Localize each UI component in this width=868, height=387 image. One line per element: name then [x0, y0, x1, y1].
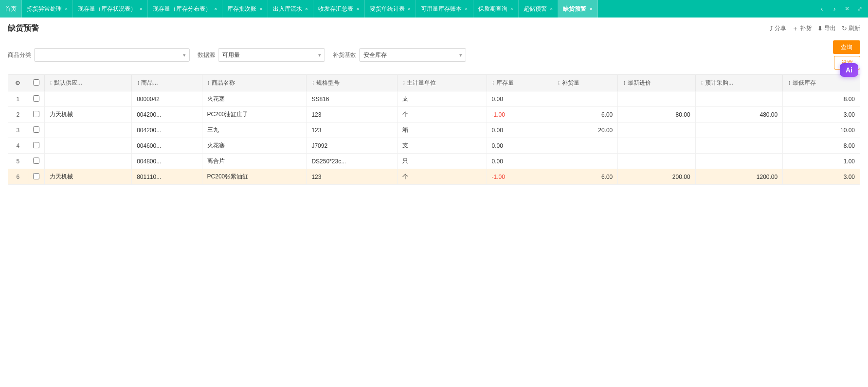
nav-tab-close-11[interactable]: × [589, 6, 592, 12]
cell-supplier [44, 154, 132, 169]
row-number: 6 [8, 169, 28, 185]
cell-product-name: 三九 [202, 123, 307, 138]
nav-tab-7[interactable]: 要货单统计表× [365, 0, 416, 18]
nav-tab-11[interactable]: 缺货预警× [558, 0, 597, 18]
row-checkbox-cell[interactable] [28, 169, 44, 185]
column-settings-icon[interactable]: ⚙ [8, 75, 28, 91]
nav-tab-9[interactable]: 保质期查询× [473, 0, 519, 18]
cell-min-stock: 8.00 [783, 138, 860, 154]
row-checkbox[interactable] [33, 95, 39, 102]
cell-stock: 0.00 [487, 91, 552, 107]
nav-close-icon[interactable]: ✕ [842, 3, 852, 14]
cell-unit: 个 [397, 107, 487, 123]
category-select[interactable] [34, 48, 190, 62]
row-checkbox-cell[interactable] [28, 154, 44, 169]
table-row: 4004600...火花塞J7092支0.008.00 [8, 138, 860, 154]
nav-controls: ‹ › ✕ ⤢ [816, 3, 868, 14]
cell-supplier [44, 91, 132, 107]
cell-product-code: 004600... [132, 138, 202, 154]
nav-maximize-icon[interactable]: ⤢ [854, 3, 865, 14]
cell-product-name: 火花塞 [202, 91, 307, 107]
nav-tab-close-5[interactable]: × [305, 6, 308, 12]
row-checkbox-cell[interactable] [28, 107, 44, 123]
row-number: 5 [8, 154, 28, 169]
column-replenish-qty-header[interactable]: ↕ 补货量 [552, 75, 618, 91]
table-header-row: ⚙ ↕ 默认供应... ↕ 商品... ↕ 商品名称 ↕ 规格型号 ↕ 主计量单… [8, 75, 860, 91]
table-row: 3004200...三九123箱0.0020.0010.00 [8, 123, 860, 138]
cell-latest-price [618, 154, 695, 169]
nav-tab-close-1[interactable]: × [65, 6, 68, 12]
select-all-checkbox[interactable] [33, 79, 39, 86]
data-table-wrapper: ⚙ ↕ 默认供应... ↕ 商品... ↕ 商品名称 ↕ 规格型号 ↕ 主计量单… [8, 74, 860, 185]
column-spec-header[interactable]: ↕ 规格型号 [307, 75, 397, 91]
nav-tab-3[interactable]: 现存量（库存分布表）× [148, 0, 222, 18]
nav-tab-1[interactable]: 拣货异常处理× [22, 0, 73, 18]
cell-min-stock: 1.00 [783, 154, 860, 169]
nav-tab-close-9[interactable]: × [510, 6, 513, 12]
row-checkbox[interactable] [33, 173, 39, 179]
nav-tab-close-10[interactable]: × [550, 6, 553, 12]
nav-tab-close-8[interactable]: × [465, 6, 468, 12]
nav-tab-close-4[interactable]: × [259, 6, 262, 12]
table-row: 5004800...离合片DS250*23c...只0.001.00 [8, 154, 860, 169]
cell-product-name: 火花塞 [202, 138, 307, 154]
nav-tab-4[interactable]: 库存批次账× [222, 0, 268, 18]
cell-latest-price: 80.00 [618, 107, 695, 123]
column-stock-header[interactable]: ↕ 库存量 [487, 75, 552, 91]
cell-min-stock: 8.00 [783, 91, 860, 107]
row-checkbox[interactable] [33, 158, 39, 164]
datasource-label: 数据源 [198, 51, 215, 59]
row-checkbox[interactable] [33, 126, 39, 133]
replenish-button[interactable]: ＋ 补货 [792, 24, 812, 33]
export-button[interactable]: ⬇ 导出 [817, 24, 836, 33]
row-checkbox-cell[interactable] [28, 91, 44, 107]
cell-unit: 个 [397, 169, 487, 185]
datasource-select[interactable]: 可用量 [218, 48, 325, 62]
category-filter-group: 商品分类 [8, 48, 190, 62]
page-header: 缺货预警 ⤴ 分享 ＋ 补货 ⬇ 导出 ↻ 刷新 [8, 23, 860, 34]
cell-supplier: 力天机械 [44, 169, 132, 185]
ai-button[interactable]: Ai [840, 63, 858, 77]
cell-est-purchase [695, 138, 783, 154]
column-product-code-header[interactable]: ↕ 商品... [132, 75, 202, 91]
column-latest-price-header[interactable]: ↕ 最新进价 [618, 75, 695, 91]
cell-replenish-qty [552, 138, 618, 154]
column-supplier-header[interactable]: ↕ 默认供应... [44, 75, 132, 91]
nav-tab-10[interactable]: 超储预警× [519, 0, 558, 18]
replenish-icon: ＋ [792, 24, 798, 33]
nav-tab-close-6[interactable]: × [356, 6, 359, 12]
row-number: 2 [8, 107, 28, 123]
nav-tab-8[interactable]: 可用量库存账本× [416, 0, 473, 18]
cell-product-code: 004800... [132, 154, 202, 169]
column-est-purchase-header[interactable]: ↕ 预计采购... [695, 75, 783, 91]
row-checkbox[interactable] [33, 111, 39, 117]
cell-spec: 123 [307, 123, 397, 138]
nav-tab-6[interactable]: 收发存汇总表× [313, 0, 364, 18]
column-checkbox-header[interactable] [28, 75, 44, 91]
share-button[interactable]: ⤴ 分享 [770, 24, 786, 33]
cell-supplier [44, 123, 132, 138]
page-title: 缺货预警 [8, 23, 39, 34]
replenish-base-select-wrapper: 安全库存 [359, 48, 466, 62]
nav-tab-close-7[interactable]: × [408, 6, 411, 12]
cell-latest-price [618, 123, 695, 138]
row-checkbox-cell[interactable] [28, 123, 44, 138]
query-button[interactable]: 查询 [833, 40, 860, 54]
refresh-button[interactable]: ↻ 刷新 [842, 24, 860, 33]
nav-tab-5[interactable]: 出入库流水× [268, 0, 313, 18]
top-nav: 首页拣货异常处理×现存量（库存状况表）×现存量（库存分布表）×库存批次账×出入库… [0, 0, 868, 18]
cell-product-code: 801110... [132, 169, 202, 185]
column-product-name-header[interactable]: ↕ 商品名称 [202, 75, 307, 91]
nav-tab-close-3[interactable]: × [214, 6, 217, 12]
nav-tab-close-2[interactable]: × [139, 6, 142, 12]
nav-tab-2[interactable]: 现存量（库存状况表）× [73, 0, 147, 18]
column-min-stock-header[interactable]: ↕ 最低库存 [783, 75, 860, 91]
header-actions: ⤴ 分享 ＋ 补货 ⬇ 导出 ↻ 刷新 [770, 24, 860, 33]
row-checkbox[interactable] [33, 142, 39, 148]
nav-prev-arrow[interactable]: ‹ [816, 3, 827, 14]
nav-next-arrow[interactable]: › [829, 3, 840, 14]
replenish-base-select[interactable]: 安全库存 [359, 48, 466, 62]
column-unit-header[interactable]: ↕ 主计量单位 [397, 75, 487, 91]
nav-tab-0[interactable]: 首页 [0, 0, 22, 18]
row-checkbox-cell[interactable] [28, 138, 44, 154]
